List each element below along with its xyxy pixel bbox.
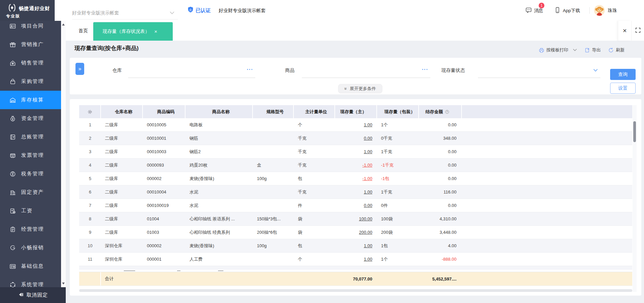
user-avatar[interactable] (594, 5, 605, 16)
cell-qty-main-link[interactable]: 1.00 (364, 243, 372, 248)
ellipsis-picker-icon[interactable]: ... (247, 65, 253, 71)
cell-qty-main-link[interactable]: 1.00 (364, 149, 372, 154)
expand-more-conditions-button[interactable]: » 展开更多条件 (338, 84, 382, 93)
app-download-button[interactable]: App下载 (554, 7, 580, 14)
cell-qty-package: -1千克 (377, 162, 419, 168)
cell-row-number: 4 (79, 163, 101, 168)
cell-qty-main-link[interactable]: 0.00 (364, 136, 372, 141)
sidebar-item-operations[interactable]: 经营管理 (0, 220, 61, 239)
operations-icon (9, 226, 16, 233)
tab-close-icon[interactable]: × (154, 29, 157, 34)
table-row[interactable]: 5 二级库 000002 麦烧(香辣味) 100g 包 -1.00 -1包 0.… (79, 172, 632, 185)
sidebar-item-marketing[interactable]: 营销推广 (0, 35, 61, 54)
sidebar-item-purchase[interactable]: 采购管理 (0, 72, 61, 91)
fullscreen-button[interactable] (631, 21, 644, 41)
close-all-tabs-button[interactable]: × (618, 21, 631, 41)
horizontal-scrollbar[interactable] (79, 289, 632, 292)
chevron-down-icon[interactable] (573, 49, 577, 51)
tab-inventory-report[interactable]: 现存量（库存状况表） × (93, 22, 173, 41)
chevron-down-icon[interactable] (593, 69, 598, 72)
sidebar-item-ledger[interactable]: 总账管理 (0, 128, 61, 146)
sidebar-item-label: 基础信息 (21, 263, 44, 269)
app-download-label: App下载 (563, 8, 580, 14)
table-body: 1 二级库 00010005 电路板 个 1.00 1个 0.00 2 二级库 … (79, 118, 632, 266)
sidebar-item-tax[interactable]: 税务管理 (0, 165, 61, 183)
help-circle-icon[interactable]: ? (445, 110, 449, 114)
sidebar-item-payroll[interactable]: 工资 (0, 202, 61, 220)
column-settings-gear-icon[interactable] (79, 105, 101, 118)
export-icon (584, 47, 590, 53)
marketing-icon (9, 41, 16, 48)
cell-qty-main-link[interactable]: -1.00 (362, 176, 372, 181)
collapse-filter-button[interactable]: » (75, 63, 84, 75)
export-button[interactable]: 导出 (584, 47, 601, 53)
sidebar-item-fixed-assets[interactable]: 固定资产 (0, 183, 61, 202)
table-panel: 仓库名称商品编码商品名称规格型号主计量单位现存量（主）现存量（包装）结存金额? … (70, 99, 641, 296)
cell-qty-main-link[interactable]: -1.00 (362, 163, 372, 168)
cell-spec: 200抽*6包 (253, 229, 294, 235)
cell-goods-code: 01004 (143, 216, 185, 221)
cell-amount: 3,448.00 (419, 230, 462, 235)
sidebar-item-label: 营销推广 (21, 41, 44, 48)
purchase-icon (9, 78, 16, 85)
cell-qty-main-link[interactable]: 1.00 (364, 122, 372, 127)
query-button[interactable]: 查询 (610, 69, 636, 80)
cell-qty-package: 1包 (377, 243, 419, 249)
cell-qty-main-link[interactable]: 100.00 (359, 216, 372, 221)
table-row[interactable]: 2 二级库 00010001 钢筋 千克 0.00 0千克 348.00 (79, 132, 632, 145)
cell-unit: 袋 (294, 229, 335, 235)
scroll-down-icon[interactable] (62, 283, 65, 285)
account-set-select[interactable]: 好业财专业版演示帐套 (72, 7, 178, 19)
table-row[interactable]: 3 二级库 00010003 钢筋2 千克 1.00 1千克 0.00 (79, 145, 632, 159)
cell-row-number: 10 (79, 243, 101, 248)
table-row[interactable]: 11 深圳仓库 000001 人工费 个 1.00 1个 -888.00 (79, 253, 632, 266)
sidebar-item-funds[interactable]: 资金管理 (0, 109, 61, 128)
cell-amount: 0.00 (419, 122, 462, 127)
funds-icon (9, 115, 16, 122)
cell-qty-main-link[interactable]: 1.00 (364, 189, 372, 194)
sidebar-item-project-contract[interactable]: 项目合同 (0, 21, 61, 35)
sidebar-scrollbar[interactable] (61, 21, 66, 287)
tab-home[interactable]: 首页 (73, 21, 93, 41)
cell-goods-code: 000001 (143, 257, 185, 262)
cell-qty-main-link[interactable]: 0.00 (364, 203, 372, 208)
sidebar-item-sales[interactable]: 销售管理 (0, 54, 61, 72)
table-row[interactable]: 1 二级库 00010005 电路板 个 1.00 1个 0.00 (79, 118, 632, 132)
table-row[interactable]: 6 二级库 00010004 水泥 千克 1.00 1千克 116.00 (79, 185, 632, 199)
table-row[interactable]: 9 二级库 01003 心相印抽纸 经典系列 200抽*6包 袋 200.00 … (79, 226, 632, 239)
print-by-template-button[interactable]: 按模板打印 (539, 47, 577, 53)
sidebar-item-expense[interactable]: 小畅报销 (0, 239, 61, 257)
cell-goods-name: 心相印抽纸 经典系列 (185, 229, 253, 235)
cell-warehouse: 二级库 (101, 149, 143, 155)
cell-unit: 包 (294, 176, 335, 182)
cell-warehouse: 二级库 (101, 176, 143, 182)
sidebar-item-base-info[interactable]: 基础信息 (0, 257, 61, 275)
cell-warehouse: 二级库 (101, 122, 143, 128)
printer-icon (539, 47, 544, 53)
vertical-scrollbar[interactable] (633, 105, 637, 292)
refresh-button[interactable]: 刷新 (608, 47, 625, 53)
sidebar-item-system[interactable]: 系统管理 (0, 275, 61, 287)
sidebar-item-invoice[interactable]: 发票管理 (0, 146, 61, 165)
vertical-scrollbar-thumb[interactable] (633, 121, 636, 142)
table-row[interactable]: 7 二级库 000100019 水泥 件 0.00 0件 0.00 (79, 199, 632, 212)
scroll-up-icon[interactable] (62, 24, 65, 26)
settings-button[interactable]: 设置 (610, 83, 636, 94)
ellipsis-picker-icon[interactable]: ... (422, 65, 428, 71)
unpin-sidebar-button[interactable]: 取消固定 (0, 287, 66, 303)
sidebar-item-inventory[interactable]: 库存核算 (0, 91, 61, 109)
table-row[interactable]: 4 二级库 0000093 鸡蛋20枚 盒 千克 -1.00 -1千克 0.00 (79, 159, 632, 172)
cell-unit: 千克 (294, 162, 335, 168)
stock-status-filter-select[interactable] (478, 62, 600, 78)
goods-filter-input[interactable]: ... (302, 62, 430, 78)
table-row[interactable]: 10 深圳仓库 000002 麦烧(香辣味) 100g 包 1.00 1包 4.… (79, 239, 632, 253)
cell-goods-name: 水泥 (185, 203, 253, 209)
cell-qty-main-link[interactable]: 1.00 (364, 257, 372, 262)
cell-qty-main-link[interactable]: 200.00 (359, 230, 372, 235)
cell-row-number: 6 (79, 189, 101, 194)
cell-amount: 0.00 (419, 163, 462, 168)
cell-goods-name: 麦烧(香辣味) (185, 243, 253, 249)
cell-qty-package: 0千克 (377, 135, 419, 141)
warehouse-filter-input[interactable]: ... (128, 62, 255, 78)
table-row[interactable]: 8 二级库 01004 心相印抽纸 茶语系列 ... 150抽*3包... 袋 … (79, 212, 632, 226)
